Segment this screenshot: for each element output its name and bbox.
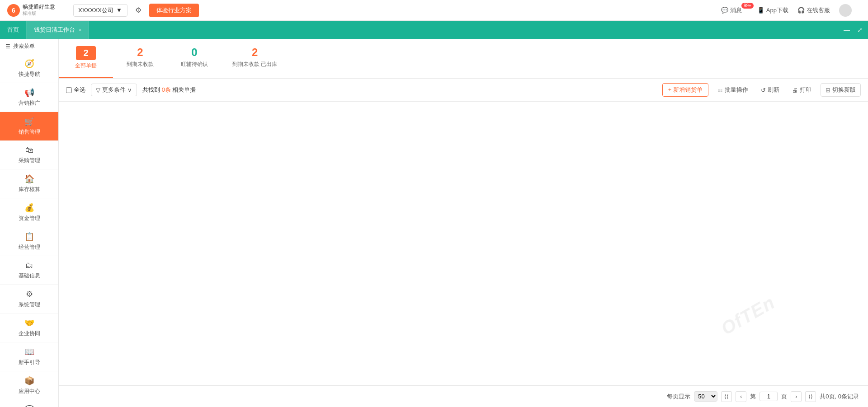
prev-page-button[interactable]: ‹ — [736, 391, 746, 402]
sidebar-item-operations[interactable]: 📋 经营管理 — [0, 227, 58, 256]
stat-overdue-shipped[interactable]: 2 到期未收款 已出库 — [222, 39, 288, 78]
found-prefix: 共找到 — [142, 86, 160, 93]
inventory-icon: 🏠 — [24, 174, 34, 184]
select-all-checkbox[interactable]: 全选 — [66, 86, 85, 94]
tab-home[interactable]: 首页 — [0, 21, 27, 39]
sidebar-item-marketing[interactable]: 📢 营销推广 — [0, 83, 58, 112]
sidebar-item-appstore[interactable]: 📦 应用中心 — [0, 371, 58, 400]
switch-icon: ⊞ — [826, 87, 830, 94]
tab-workbench-label: 钱货日清工作台 — [34, 26, 75, 34]
logo-area: 6 畅捷通好生意 标准版 — [7, 4, 66, 17]
top-header: 6 畅捷通好生意 标准版 XXXXXX公司 ▼ ⚙ 体验行业方案 💬 消息 99… — [0, 0, 868, 21]
sidebar-item-quicknav[interactable]: 🧭 快捷导航 — [0, 54, 58, 83]
stat-overdue-shipped-label: 到期未收款 已出库 — [232, 61, 277, 68]
filter-button[interactable]: ▽ 更多条件 ∨ — [91, 84, 137, 96]
page-input[interactable] — [760, 392, 778, 401]
brand-badge: 标准版 — [23, 10, 55, 17]
tab-expand-icon[interactable]: ⤢ — [855, 24, 864, 35]
first-page-button[interactable]: ⟨⟨ — [721, 391, 732, 402]
last-page-button[interactable]: ⟩⟩ — [805, 391, 816, 402]
next-page-button[interactable]: › — [791, 391, 802, 402]
stat-wangfu-label: 旺辅待确认 — [181, 61, 208, 68]
sidebar-item-coop[interactable]: 🤝 企业协同 — [0, 313, 58, 342]
appstore-icon: 📦 — [24, 376, 34, 386]
batch-label: 批量操作 — [725, 86, 748, 94]
stat-wangfu[interactable]: 0 旺辅待确认 — [167, 39, 222, 78]
guide-icon: 📖 — [24, 347, 34, 357]
sidebar-item-inventory[interactable]: 🏠 库存核算 — [0, 169, 58, 198]
appstore-label: 应用中心 — [19, 388, 40, 395]
table-area — [59, 102, 868, 385]
stat-all[interactable]: 2 全部单据 — [59, 39, 113, 78]
tab-actions: — ⤢ — [842, 24, 868, 35]
sidebar-search[interactable]: ☰ 搜索菜单 — [0, 39, 58, 54]
message-badge: 99+ — [741, 3, 754, 9]
basicinfo-icon: 🗂 — [25, 261, 33, 270]
found-text: 共找到 0条 相关单据 — [142, 86, 196, 94]
stat-overdue-shipped-number: 2 — [252, 46, 258, 59]
sidebar-item-guide[interactable]: 📖 新手引导 — [0, 342, 58, 371]
brand-name: 畅捷通好生意 — [23, 4, 55, 11]
stat-overdue[interactable]: 2 到期未收款 — [113, 39, 167, 78]
page-label2: 页 — [781, 393, 787, 401]
filter-label: 更多条件 — [102, 86, 126, 94]
sidebar-item-corpwechat[interactable]: 💬 企业微信 — [0, 400, 58, 407]
tab-home-label: 首页 — [7, 26, 19, 34]
filter-icon: ▽ — [96, 87, 100, 94]
batch-button[interactable]: ⚏ 批量操作 — [714, 84, 752, 96]
message-label: 消息 — [730, 6, 742, 14]
purchase-icon: 🛍 — [25, 145, 33, 155]
company-selector[interactable]: XXXXXX公司 ▼ — [73, 4, 127, 17]
search-label: 搜索菜单 — [13, 42, 35, 50]
stats-row: 2 全部单据 2 到期未收款 0 旺辅待确认 2 到期未收款 已出库 — [59, 39, 868, 79]
trial-button[interactable]: 体验行业方案 — [149, 4, 199, 17]
inventory-label: 库存核算 — [19, 186, 40, 193]
select-all-input[interactable] — [66, 87, 72, 93]
guide-label: 新手引导 — [19, 359, 40, 366]
app-download-button[interactable]: 📱 App下载 — [757, 6, 788, 14]
refresh-button[interactable]: ↺ 刷新 — [757, 84, 783, 96]
app-download-label: App下载 — [766, 6, 788, 14]
stat-all-number: 2 — [76, 46, 95, 60]
operations-icon: 📋 — [24, 232, 34, 242]
message-button[interactable]: 💬 消息 99+ — [721, 6, 748, 14]
per-page-select[interactable]: 50 20 100 — [694, 391, 717, 402]
total-info: 共0页, 0条记录 — [820, 393, 859, 401]
online-service-button[interactable]: 🎧 在线客服 — [797, 6, 830, 14]
page-label: 第 — [750, 393, 756, 401]
add-sale-button[interactable]: + 新增销货单 — [662, 83, 708, 97]
sidebar-item-purchase[interactable]: 🛍 采购管理 — [0, 141, 58, 169]
operations-label: 经营管理 — [19, 243, 40, 251]
stat-overdue-label: 到期未收款 — [127, 61, 154, 68]
print-label: 打印 — [800, 86, 811, 94]
quicknav-label: 快捷导航 — [19, 70, 40, 78]
tab-workbench[interactable]: 钱货日清工作台 × — [27, 21, 89, 39]
tab-close-icon[interactable]: × — [79, 27, 81, 33]
stat-all-label: 全部单据 — [75, 62, 97, 70]
coop-label: 企业协同 — [19, 330, 40, 337]
print-icon: 🖨 — [792, 87, 798, 94]
sidebar-item-basicinfo[interactable]: 🗂 基础信息 — [0, 256, 58, 285]
sidebar-item-sales[interactable]: 🛒 销售管理 — [0, 112, 58, 141]
toolbar: 全选 ▽ 更多条件 ∨ 共找到 0条 相关单据 + 新增销货单 ⚏ 批量操作 ↺ — [59, 79, 868, 102]
tab-minimize-icon[interactable]: — — [842, 24, 852, 35]
refresh-label: 刷新 — [768, 86, 779, 94]
finance-icon: 💰 — [24, 203, 34, 213]
logo-icon: 6 — [7, 4, 20, 17]
stat-overdue-number: 2 — [137, 46, 143, 59]
batch-icon: ⚏ — [717, 87, 723, 94]
system-icon: ⚙ — [26, 289, 33, 299]
switch-label: 切换新版 — [832, 86, 856, 94]
avatar[interactable] — [839, 4, 852, 17]
nav-tabs: 首页 钱货日清工作台 × — ⤢ — [0, 21, 868, 39]
system-label: 系统管理 — [19, 301, 40, 309]
stat-wangfu-number: 0 — [191, 46, 197, 59]
settings-button[interactable]: ⚙ — [131, 3, 146, 18]
sidebar-item-system[interactable]: ⚙ 系统管理 — [0, 285, 58, 313]
content-area: 2 全部单据 2 到期未收款 0 旺辅待确认 2 到期未收款 已出库 全选 — [59, 39, 868, 407]
corpwechat-icon: 💬 — [24, 405, 34, 407]
company-name: XXXXXX公司 — [78, 6, 113, 14]
switch-version-button[interactable]: ⊞ 切换新版 — [821, 83, 861, 97]
sidebar-item-finance[interactable]: 💰 资金管理 — [0, 198, 58, 227]
print-button[interactable]: 🖨 打印 — [788, 84, 815, 96]
